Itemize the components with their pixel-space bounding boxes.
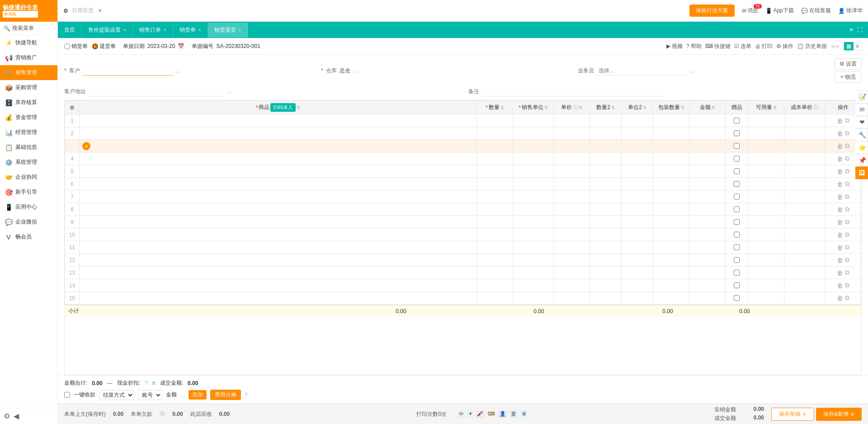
th-settings[interactable]: ⚙ [65, 101, 80, 114]
sidebar-item-operation[interactable]: 📊 经营管理 [0, 125, 57, 140]
customer-more-btn[interactable]: ... [176, 67, 180, 74]
quantity-cell[interactable] [477, 229, 513, 241]
online-service-btn[interactable]: 💬 在线客服 [801, 7, 831, 14]
cost-price-cell[interactable] [784, 114, 825, 127]
available-cell[interactable] [748, 165, 784, 178]
pack-qty-cell[interactable] [653, 241, 689, 254]
add-row-btn[interactable]: + [82, 142, 90, 150]
sidebar-item-system[interactable]: ⚙️ 系统管理 [0, 155, 57, 170]
remark-input[interactable] [482, 86, 663, 96]
unit2-cell[interactable] [622, 114, 653, 127]
cost-price-cell[interactable] [784, 127, 825, 140]
action-video[interactable]: ▶ 视频 [666, 43, 683, 50]
product-cell[interactable] [80, 292, 477, 305]
qty2-cell[interactable] [590, 216, 622, 229]
copy-row-icon[interactable]: ⧉ [845, 142, 849, 150]
add-payment-btn[interactable]: 添加 [189, 390, 207, 400]
quantity-cell[interactable] [477, 279, 513, 292]
copy-row-icon[interactable]: ⧉ [845, 193, 849, 200]
amount-cell[interactable] [689, 267, 726, 279]
rfb-pin[interactable]: 📌 [855, 154, 868, 167]
quantity-cell[interactable] [477, 114, 513, 127]
copy-row-icon[interactable]: ⧉ [845, 180, 849, 188]
product-cell[interactable] [80, 178, 477, 191]
price-cell[interactable] [554, 178, 590, 191]
copy-row-icon[interactable]: ⧉ [845, 243, 849, 251]
delete-row-icon[interactable]: 🗑 [837, 282, 843, 289]
available-cell[interactable] [748, 152, 784, 165]
sidebar-item-quicknav[interactable]: ⚡ 快捷导航 [0, 35, 57, 50]
tab-sales-order-close[interactable]: × [164, 28, 166, 33]
pack-qty-cell[interactable] [653, 216, 689, 229]
action-select[interactable]: ☑ 选单 [734, 43, 751, 50]
gift-cell[interactable] [726, 292, 748, 305]
price-cell[interactable] [554, 203, 590, 216]
warehouse-more-btn[interactable]: ... [353, 67, 358, 74]
gift-cell[interactable] [726, 165, 748, 178]
price-cell[interactable] [554, 267, 590, 279]
unit-cell[interactable] [513, 229, 554, 241]
copy-row-icon[interactable]: ⧉ [845, 231, 849, 238]
pack-qty-cell[interactable] [653, 203, 689, 216]
radio-return[interactable]: 退货单 [92, 43, 116, 50]
gift-checkbox[interactable] [734, 181, 740, 187]
tb-icon-1[interactable]: 中 [458, 410, 465, 418]
quantity-cell[interactable] [477, 241, 513, 254]
available-cell[interactable] [748, 279, 784, 292]
quantity-cell[interactable] [477, 216, 513, 229]
action-help[interactable]: ? 帮助 [686, 43, 702, 50]
unit-cell[interactable] [513, 267, 554, 279]
scan-btn[interactable]: 扫码录入 [270, 103, 296, 112]
cost-price-cell[interactable] [784, 178, 825, 191]
available-cell[interactable] [748, 178, 784, 191]
sidebar-item-inventory[interactable]: 🗄️ 库存核算 [0, 95, 57, 110]
unit-cell[interactable] [513, 178, 554, 191]
gift-checkbox[interactable] [734, 156, 740, 162]
amount-cell[interactable] [689, 292, 726, 305]
close-window-icon[interactable]: ✕ [849, 27, 854, 33]
amount-cell[interactable] [689, 140, 726, 152]
salesperson-more-btn[interactable]: ... [690, 67, 694, 74]
unit2-cell[interactable] [622, 279, 653, 292]
unit-cell[interactable] [513, 241, 554, 254]
quantity-cell[interactable] [477, 267, 513, 279]
available-cell[interactable] [748, 140, 784, 152]
tab-return-close[interactable]: × [239, 28, 241, 33]
save-new-btn[interactable]: 保存&新增 ∧ [816, 408, 862, 421]
available-cell[interactable] [748, 267, 784, 279]
gift-cell[interactable] [726, 140, 748, 152]
product-cell[interactable]: + [80, 140, 477, 152]
gift-cell[interactable] [726, 152, 748, 165]
cost-price-cell[interactable] [784, 254, 825, 267]
sidebar-item-newguide[interactable]: 🎯 新手引导 [0, 185, 57, 200]
delete-row-icon[interactable]: 🗑 [837, 295, 843, 302]
pack-qty-cell[interactable] [653, 229, 689, 241]
gift-checkbox[interactable] [734, 232, 740, 238]
unit2-cell[interactable] [622, 140, 653, 152]
product-cell[interactable] [80, 114, 477, 127]
amount-cell[interactable] [689, 203, 726, 216]
gift-cell[interactable] [726, 178, 748, 191]
unit-cell[interactable] [513, 191, 554, 203]
unit-cell[interactable] [513, 127, 554, 140]
copy-row-icon[interactable]: ⧉ [845, 256, 849, 264]
tb-icon-7[interactable]: 🖥 [520, 410, 528, 418]
tab-return[interactable]: 销货退货 × [208, 23, 248, 38]
delete-row-icon[interactable]: 🗑 [837, 117, 843, 124]
quantity-cell[interactable] [477, 254, 513, 267]
unit-cell[interactable] [513, 279, 554, 292]
product-cell[interactable] [80, 165, 477, 178]
product-cell[interactable] [80, 279, 477, 292]
experience-btn[interactable]: 体验行业方案 [689, 5, 735, 17]
quantity-cell[interactable] [477, 191, 513, 203]
copy-row-icon[interactable]: ⧉ [845, 218, 849, 226]
unit2-cell[interactable] [622, 216, 653, 229]
price-cell[interactable] [554, 279, 590, 292]
sidebar-item-appcenter[interactable]: 📱 应用中心 [0, 200, 57, 214]
available-cell[interactable] [748, 191, 784, 203]
price-cell[interactable] [554, 127, 590, 140]
qty2-cell[interactable] [590, 165, 622, 178]
copy-row-icon[interactable]: ⧉ [845, 117, 849, 124]
tab-delivery[interactable]: 销货单 × [173, 23, 208, 38]
unit2-cell[interactable] [622, 127, 653, 140]
